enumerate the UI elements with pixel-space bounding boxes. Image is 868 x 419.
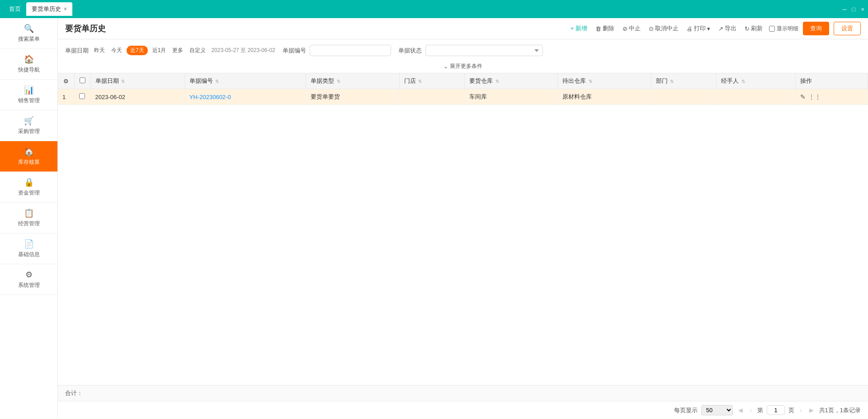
th-handler[interactable]: 经手人 ⇅: [717, 73, 796, 89]
th-docno[interactable]: 单据编号 ⇅: [184, 73, 306, 89]
data-table: ⚙ 单据日期 ⇅ 单据编号 ⇅ 单据类型 ⇅: [58, 73, 868, 105]
close-tab-icon[interactable]: ×: [64, 6, 67, 12]
tab-home[interactable]: 首页: [4, 2, 26, 16]
print-button[interactable]: 🖨 打印 ▾: [685, 24, 712, 33]
content-area: 要货单历史 + 新增 🗑 删除 ⊘ 中止 ⊙ 取消中止 🖨 打印: [58, 18, 868, 419]
minimize-btn[interactable]: ─: [842, 6, 846, 13]
date-filter: 单据日期 昨天 今天 近7天 近1月 更多 自定义 2023-05-27 至 2…: [65, 46, 275, 55]
last-page-btn[interactable]: ▶: [807, 406, 816, 414]
system-icon: ⚙: [25, 270, 33, 280]
shortcut-today[interactable]: 今天: [109, 46, 124, 55]
more-action-icon[interactable]: ⋮⋮: [808, 93, 821, 100]
docno-link[interactable]: YH-20230602-0: [189, 94, 231, 100]
th-settings[interactable]: ⚙: [58, 73, 74, 89]
shortcut-1month[interactable]: 近1月: [151, 46, 168, 55]
quick-nav-icon: 🏠: [24, 54, 34, 64]
sidebar-item-inventory[interactable]: 🏠 库存核算: [0, 141, 57, 172]
sidebar-item-search-menu[interactable]: 🔍 搜索菜单: [0, 18, 57, 49]
cancel-stop-icon: ⊙: [649, 25, 654, 32]
date-range-display: 2023-05-27 至 2023-06-02: [211, 47, 275, 54]
delete-icon: 🗑: [595, 25, 601, 32]
page-unit-label: 页: [788, 406, 794, 414]
cell-index: 1: [58, 89, 74, 105]
expand-more-btn[interactable]: ⌄ 展开更多条件: [65, 60, 861, 73]
sidebar-item-operations[interactable]: 📋 经营管理: [0, 203, 57, 233]
sidebar: 🔍 搜索菜单 🏠 快捷导航 📊 销售管理 🛒 采购管理 🏠 库存核算 🔒 资金管…: [0, 18, 58, 419]
sidebar-item-label: 资金管理: [18, 189, 40, 197]
page-number-input[interactable]: [767, 405, 785, 415]
toolbar: + 新增 🗑 删除 ⊘ 中止 ⊙ 取消中止 🖨 打印 ▾: [569, 22, 861, 35]
sidebar-item-sales[interactable]: 📊 销售管理: [0, 80, 57, 110]
total-info: 共1页，1条记录: [819, 406, 861, 414]
search-menu-icon: 🔍: [24, 24, 34, 33]
status-select[interactable]: 全部 待审核 已审核 已中止: [425, 45, 543, 56]
inventory-icon: 🏠: [24, 147, 34, 157]
sidebar-item-label: 基础信息: [18, 251, 40, 258]
page-title: 要货单历史: [65, 23, 569, 34]
first-page-btn[interactable]: ◀: [736, 406, 745, 414]
th-doctype[interactable]: 单据类型 ⇅: [306, 73, 399, 89]
settings-button[interactable]: 设置: [834, 22, 861, 35]
edit-action-icon[interactable]: ✎: [800, 93, 806, 100]
export-button[interactable]: ↗ 导出: [717, 24, 738, 33]
date-label: 单据日期: [65, 47, 89, 55]
query-button[interactable]: 查询: [803, 22, 829, 35]
tab-active[interactable]: 要货单历史 ×: [26, 2, 72, 16]
docno-input[interactable]: [310, 45, 391, 56]
sidebar-item-system[interactable]: ⚙ 系统管理: [0, 264, 57, 295]
date-shortcuts: 昨天 今天 近7天 近1月 更多 自定义: [92, 46, 208, 55]
display-detail-checkbox[interactable]: [769, 26, 775, 32]
display-detail-toggle[interactable]: 显示明细: [769, 25, 798, 33]
next-page-btn[interactable]: ›: [798, 406, 803, 414]
sidebar-item-finance[interactable]: 🔒 资金管理: [0, 172, 57, 203]
finance-icon: 🔒: [24, 177, 34, 187]
th-action: 操作: [796, 73, 868, 89]
th-warehouse-to[interactable]: 待出仓库 ⇅: [558, 73, 651, 89]
table-container: ⚙ 单据日期 ⇅ 单据编号 ⇅ 单据类型 ⇅: [58, 73, 868, 385]
select-all-checkbox[interactable]: [80, 77, 85, 83]
status-label: 单据状态: [398, 47, 422, 55]
filter-row-1: 单据日期 昨天 今天 近7天 近1月 更多 自定义 2023-05-27 至 2…: [65, 45, 861, 56]
shortcut-7days[interactable]: 近7天: [127, 46, 148, 55]
sidebar-item-label: 快捷导航: [18, 66, 40, 74]
th-date[interactable]: 单据日期 ⇅: [90, 73, 184, 89]
sort-dept-icon: ⇅: [670, 79, 674, 84]
docno-label: 单据编号: [283, 47, 306, 55]
cell-docno[interactable]: YH-20230602-0: [184, 89, 306, 105]
print-dropdown-icon: ▾: [707, 25, 710, 32]
page-header: 要货单历史 + 新增 🗑 删除 ⊘ 中止 ⊙ 取消中止 🖨 打印: [58, 18, 868, 39]
sales-icon: 📊: [24, 85, 34, 95]
close-btn[interactable]: ×: [861, 6, 864, 13]
cancel-stop-button[interactable]: ⊙ 取消中止: [647, 24, 680, 33]
sidebar-item-basic-info[interactable]: 📄 基础信息: [0, 233, 57, 264]
stop-button[interactable]: ⊘ 中止: [621, 24, 642, 33]
sort-store-icon: ⇅: [418, 79, 422, 84]
prev-page-btn[interactable]: ‹: [748, 406, 754, 414]
delete-button[interactable]: 🗑 删除: [594, 24, 616, 33]
cell-checkbox[interactable]: [74, 89, 90, 105]
window-controls: ─ □ ×: [842, 6, 864, 13]
per-page-select[interactable]: 10 20 50 100: [701, 405, 733, 415]
shortcut-more[interactable]: 更多: [170, 46, 185, 55]
sidebar-item-purchase[interactable]: 🛒 采购管理: [0, 110, 57, 141]
th-warehouse-from[interactable]: 要货仓库 ⇅: [465, 73, 558, 89]
sidebar-item-label: 销售管理: [18, 97, 40, 105]
shortcut-yesterday[interactable]: 昨天: [92, 46, 107, 55]
print-icon: 🖨: [687, 25, 693, 32]
cell-handler: [717, 89, 796, 105]
sidebar-item-quick-nav[interactable]: 🏠 快捷导航: [0, 49, 57, 80]
th-store[interactable]: 门店 ⇅: [399, 73, 464, 89]
shortcut-custom[interactable]: 自定义: [188, 46, 208, 55]
sidebar-item-label: 库存核算: [18, 158, 40, 166]
add-button[interactable]: + 新增: [569, 24, 589, 33]
th-department[interactable]: 部门 ⇅: [651, 73, 716, 89]
restore-btn[interactable]: □: [852, 6, 856, 13]
refresh-button[interactable]: ↻ 刷新: [743, 24, 764, 33]
cell-department: [651, 89, 716, 105]
th-checkbox[interactable]: [74, 73, 90, 89]
row-checkbox[interactable]: [79, 93, 85, 99]
stop-icon: ⊘: [623, 25, 627, 32]
sidebar-item-label: 搜索菜单: [18, 35, 40, 43]
cell-warehouse-to: 原材料仓库: [558, 89, 651, 105]
sort-date-icon: ⇅: [121, 79, 125, 84]
